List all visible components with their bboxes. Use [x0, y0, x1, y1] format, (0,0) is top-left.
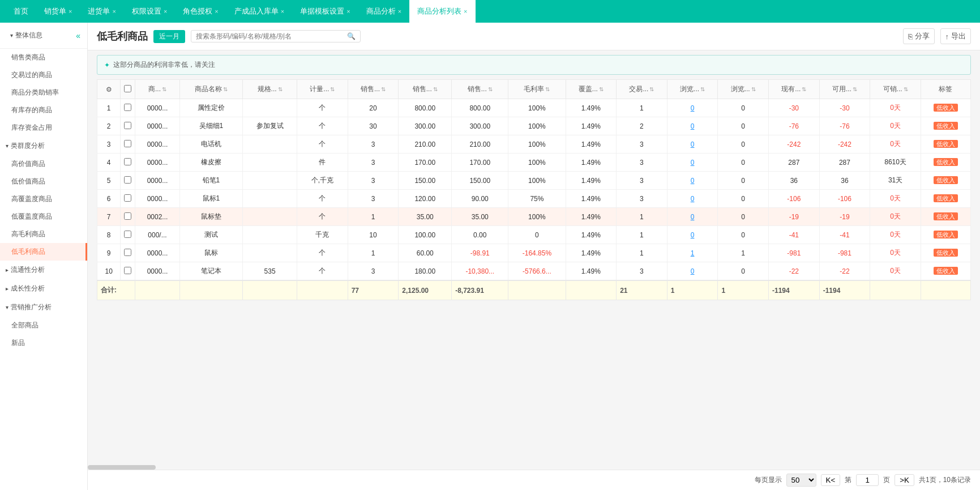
- close-icon[interactable]: ×: [281, 0, 284, 23]
- row-checkbox[interactable]: [124, 176, 131, 184]
- close-icon[interactable]: ×: [346, 0, 350, 23]
- sidebar-collapse-button[interactable]: «: [74, 31, 83, 40]
- row-name[interactable]: 铅笔1: [179, 172, 243, 190]
- row-checkbox[interactable]: [124, 104, 131, 111]
- sidebar-group-cluster[interactable]: ▾ 类群度分析: [0, 137, 87, 155]
- row-browse1[interactable]: 0: [667, 208, 718, 226]
- horizontal-scrollbar[interactable]: [88, 465, 980, 470]
- col-transaction[interactable]: 交易...⇅: [617, 80, 667, 99]
- nav-home[interactable]: 首页: [6, 0, 36, 23]
- next-page-button[interactable]: >K: [895, 474, 914, 486]
- search-input[interactable]: [196, 32, 347, 40]
- row-checkbox[interactable]: [124, 122, 131, 129]
- scrollbar-thumb[interactable]: [88, 465, 156, 470]
- sidebar-item-high-coverage[interactable]: 高覆盖度商品: [0, 190, 87, 208]
- col-current[interactable]: 现有...⇅: [769, 80, 820, 99]
- row-checkbox[interactable]: [124, 212, 131, 220]
- row-checkbox[interactable]: [124, 158, 131, 165]
- sidebar-item-category-rate[interactable]: 商品分类助销率: [0, 84, 87, 101]
- row-browse1[interactable]: 0: [667, 135, 718, 154]
- page-number-input[interactable]: [856, 474, 879, 486]
- nav-products[interactable]: 产成品入库单×: [226, 0, 292, 23]
- export-button[interactable]: ↑ 导出: [940, 28, 972, 44]
- nav-templates[interactable]: 单据模板设置×: [292, 0, 358, 23]
- row-browse1[interactable]: 0: [667, 99, 718, 117]
- close-icon[interactable]: ×: [215, 0, 218, 23]
- row-name[interactable]: 橡皮擦: [179, 154, 243, 172]
- row-checkbox[interactable]: [124, 249, 131, 256]
- nav-permissions[interactable]: 权限设置×: [124, 0, 175, 23]
- sidebar-item-low-coverage[interactable]: 低覆盖度商品: [0, 208, 87, 225]
- col-settings[interactable]: ⚙: [97, 80, 121, 99]
- col-code[interactable]: 商...⇅: [135, 80, 179, 99]
- sidebar-item-all-goods[interactable]: 全部商品: [0, 317, 87, 334]
- row-name[interactable]: 测试: [179, 226, 243, 244]
- close-icon[interactable]: ×: [112, 0, 115, 23]
- sidebar-item-new-goods[interactable]: 新品: [0, 334, 87, 352]
- sort-icon: ⇅: [545, 86, 550, 92]
- sidebar-item-low-profit[interactable]: 低毛利商品: [0, 243, 87, 261]
- sidebar-item-stock-capital[interactable]: 库存资金占用: [0, 119, 87, 137]
- col-sales-profit[interactable]: 销售...⇅: [452, 80, 508, 99]
- sidebar-item-high-profit[interactable]: 高毛利商品: [0, 225, 87, 243]
- row-checkbox[interactable]: [124, 140, 131, 147]
- row-browse1[interactable]: 0: [667, 190, 718, 208]
- per-page-select[interactable]: 50 100: [786, 474, 816, 487]
- col-browse1[interactable]: 浏览...⇅: [667, 80, 718, 99]
- row-browse1[interactable]: 1: [667, 244, 718, 262]
- sidebar-group-growth[interactable]: ▸ 成长性分析: [0, 279, 87, 298]
- row-name[interactable]: 吴细细1: [179, 117, 243, 135]
- col-tag[interactable]: 标签: [921, 80, 970, 99]
- row-checkbox[interactable]: [124, 194, 131, 202]
- row-sales-qty: 3: [348, 262, 399, 281]
- col-coverage[interactable]: 覆盖...⇅: [566, 80, 617, 99]
- first-page-button[interactable]: K<: [821, 474, 841, 486]
- row-checkbox-cell: [121, 190, 135, 208]
- share-button[interactable]: ⎘ 分享: [903, 28, 935, 44]
- col-spec[interactable]: 规格...⇅: [243, 80, 297, 99]
- nav-purchase[interactable]: 进货单×: [80, 0, 123, 23]
- row-checkbox[interactable]: [124, 267, 131, 274]
- sidebar-item-stock-goods[interactable]: 有库存的商品: [0, 101, 87, 119]
- col-sales-qty[interactable]: 销售...⇅: [348, 80, 399, 99]
- sidebar-group-marketing[interactable]: ▾ 营销推广分析: [0, 298, 87, 317]
- row-browse1[interactable]: 0: [667, 226, 718, 244]
- col-saleable[interactable]: 可销...⇅: [870, 80, 921, 99]
- row-browse1[interactable]: 0: [667, 117, 718, 135]
- nav-analysis[interactable]: 商品分析×: [358, 0, 409, 23]
- sidebar-item-high-value[interactable]: 高价值商品: [0, 155, 87, 173]
- search-icon[interactable]: 🔍: [347, 32, 356, 40]
- sidebar-item-sales-goods[interactable]: 销售类商品: [0, 49, 87, 66]
- sidebar-group-overall[interactable]: ▾ 整体信息: [5, 26, 48, 45]
- row-browse1[interactable]: 0: [667, 262, 718, 281]
- date-filter-button[interactable]: 近一月: [153, 30, 185, 43]
- close-icon[interactable]: ×: [69, 0, 72, 23]
- col-gross-rate[interactable]: 毛利率⇅: [508, 80, 566, 99]
- close-icon[interactable]: ×: [398, 0, 401, 23]
- row-name[interactable]: 电话机: [179, 135, 243, 154]
- select-all-checkbox[interactable]: [124, 85, 131, 92]
- data-table: ⚙ 商...⇅ 商品名称⇅ 规格...⇅ 计量...⇅ 销售...⇅ 销售...…: [97, 79, 971, 300]
- sidebar-item-low-value[interactable]: 低价值商品: [0, 173, 87, 190]
- sidebar-item-traded-goods[interactable]: 交易过的商品: [0, 66, 87, 84]
- nav-sales[interactable]: 销货单×: [36, 0, 80, 23]
- row-name[interactable]: 笔记本: [179, 262, 243, 281]
- col-name[interactable]: 商品名称⇅: [179, 80, 243, 99]
- sidebar-group-flow[interactable]: ▸ 流通性分析: [0, 261, 87, 279]
- row-name[interactable]: 属性定价: [179, 99, 243, 117]
- nav-analysis-list[interactable]: 商品分析列表×: [409, 0, 475, 23]
- col-sales-price[interactable]: 销售...⇅: [399, 80, 452, 99]
- close-icon[interactable]: ×: [164, 0, 167, 23]
- row-name[interactable]: 鼠标垫: [179, 208, 243, 226]
- close-icon[interactable]: ×: [464, 0, 467, 23]
- col-browse2[interactable]: 浏览...⇅: [718, 80, 769, 99]
- col-unit[interactable]: 计量...⇅: [297, 80, 348, 99]
- col-available[interactable]: 可用...⇅: [819, 80, 870, 99]
- row-name[interactable]: 鼠标: [179, 244, 243, 262]
- sort-icon: ⇅: [751, 86, 756, 92]
- row-name[interactable]: 鼠标1: [179, 190, 243, 208]
- row-checkbox[interactable]: [124, 231, 131, 238]
- row-browse1[interactable]: 0: [667, 154, 718, 172]
- row-browse1[interactable]: 0: [667, 172, 718, 190]
- nav-roles[interactable]: 角色授权×: [175, 0, 226, 23]
